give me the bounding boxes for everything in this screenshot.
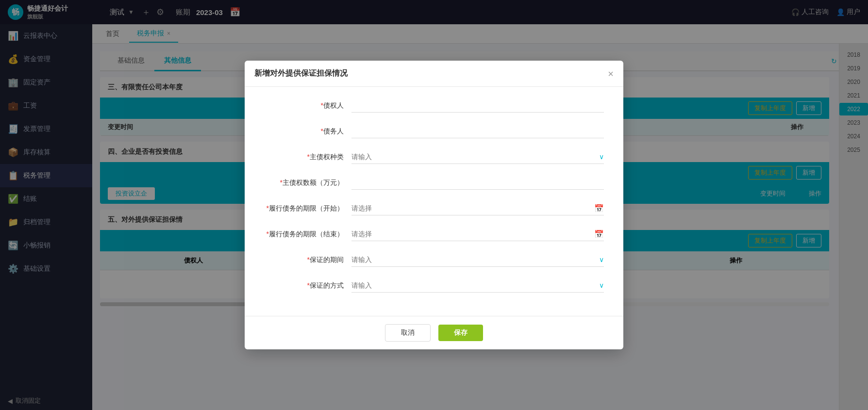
save-btn[interactable]: 保存 [438,325,483,341]
select-guarantee-method[interactable]: ∨ [351,279,604,293]
input-claim-type[interactable] [351,150,599,164]
input-creditor[interactable] [351,98,604,113]
calendar-start-icon[interactable]: 📅 [594,204,604,213]
form-row-claim-type: *主债权种类 ∨ [264,150,604,164]
label-guarantee-period: *保证的期间 [264,256,351,264]
form-row-debtor: *债务人 [264,124,604,138]
form-row-guarantee-period: *保证的期间 ∨ [264,253,604,267]
date-duty-start[interactable]: 📅 [351,201,604,215]
label-claim-amount: *主债权数额（万元） [264,179,351,187]
input-claim-amount[interactable] [351,176,604,190]
modal-header: 新增对外提供保证担保情况 × [245,61,623,87]
modal-footer: 取消 保存 [245,316,623,349]
input-duty-end[interactable] [351,227,594,241]
dropdown-guarantee-method-icon[interactable]: ∨ [599,281,604,289]
label-debtor: *债务人 [264,127,351,136]
date-duty-end[interactable]: 📅 [351,227,604,241]
modal-title: 新增对外提供保证担保情况 [254,68,348,79]
input-duty-start[interactable] [351,201,594,215]
form-row-duty-start: *履行债务的期限（开始） 📅 [264,201,604,215]
dropdown-claim-type-icon[interactable]: ∨ [599,153,604,161]
label-guarantee-method: *保证的方式 [264,281,351,290]
label-duty-end: *履行债务的期限（结束） [264,230,351,239]
form-row-claim-amount: *主债权数额（万元） [264,176,604,190]
label-duty-start: *履行债务的期限（开始） [264,204,351,213]
modal-overlay: 新增对外提供保证担保情况 × *债权人 *债务人 *主债权种类 [0,0,868,410]
select-claim-type[interactable]: ∨ [351,150,604,164]
calendar-end-icon[interactable]: 📅 [594,230,604,239]
cancel-btn[interactable]: 取消 [385,324,431,342]
input-guarantee-method[interactable] [351,279,599,292]
modal-close-btn[interactable]: × [608,69,614,79]
label-creditor: *债权人 [264,101,351,110]
modal-body: *债权人 *债务人 *主债权种类 ∨ [245,87,623,316]
label-claim-type: *主债权种类 [264,153,351,162]
input-guarantee-period[interactable] [351,253,599,266]
form-row-duty-end: *履行债务的期限（结束） 📅 [264,227,604,241]
input-debtor[interactable] [351,124,604,138]
modal-dialog: 新增对外提供保证担保情况 × *债权人 *债务人 *主债权种类 [245,61,623,349]
select-guarantee-period[interactable]: ∨ [351,253,604,267]
dropdown-guarantee-period-icon[interactable]: ∨ [599,256,604,263]
form-row-creditor: *债权人 [264,98,604,113]
form-row-guarantee-method: *保证的方式 ∨ [264,279,604,293]
